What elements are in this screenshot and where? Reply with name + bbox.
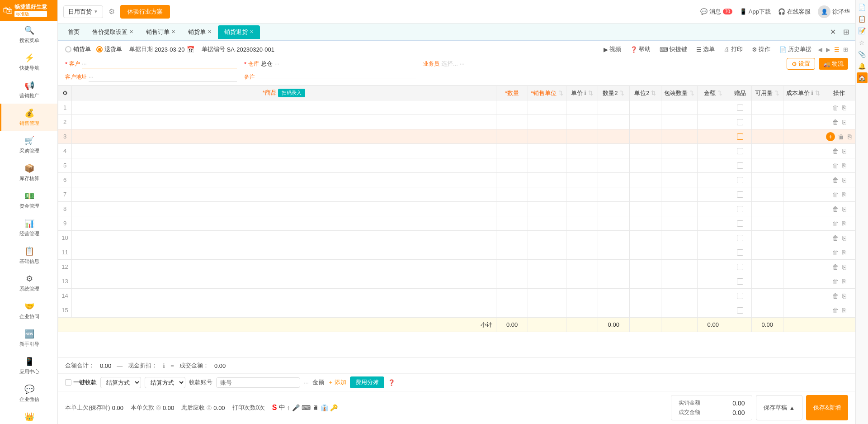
delete-icon-7[interactable]: 🗑 [831, 190, 840, 199]
qty2-cell-15[interactable] [598, 303, 629, 318]
product-cell-1[interactable] [72, 100, 496, 115]
copy-icon-4[interactable]: ⎘ [841, 147, 847, 156]
right-sidebar-note-icon[interactable]: 📝 [857, 25, 868, 36]
doc-no-value[interactable]: SA-20230320-001 [227, 46, 275, 53]
delete-icon-8[interactable]: 🗑 [831, 205, 840, 214]
price-cell-10[interactable] [566, 231, 598, 245]
copy-icon-12[interactable]: ⎘ [841, 262, 847, 272]
one-click-cb[interactable] [65, 379, 71, 386]
quantity-cell-11[interactable] [496, 245, 528, 260]
gift-cell-7[interactable] [729, 187, 751, 202]
delete-icon-4[interactable]: 🗑 [831, 147, 840, 156]
right-sidebar-bell-icon[interactable]: 🔔 [857, 61, 868, 71]
qty2-cell-12[interactable] [598, 260, 629, 274]
product-cell-13[interactable] [72, 274, 496, 289]
operate-btn[interactable]: ⚙ 操作 [749, 44, 773, 54]
add-row-btn[interactable]: + [826, 132, 835, 141]
pack-qty-cell-11[interactable] [661, 245, 697, 260]
pack-qty-cell-14[interactable] [661, 289, 697, 303]
pack-qty-cell-10[interactable] [661, 231, 697, 245]
copy-icon-11[interactable]: ⎘ [841, 248, 847, 257]
sidebar-item-search[interactable]: 🔍 搜索菜单 [0, 21, 57, 48]
account-input[interactable] [216, 377, 300, 388]
amount-cell-11[interactable] [697, 245, 729, 260]
sidebar-item-sales[interactable]: 💰 销售管理 [0, 104, 57, 131]
amount-cell-5[interactable] [697, 158, 729, 173]
copy-icon-14[interactable]: ⎘ [841, 291, 847, 300]
price-cell-14[interactable] [566, 289, 598, 303]
sidebar-item-wechat[interactable]: 💬 企业微信 [0, 380, 57, 407]
pack-qty-cell-13[interactable] [661, 274, 697, 289]
price-cell-4[interactable] [566, 144, 598, 158]
unit2-cell-13[interactable] [629, 274, 661, 289]
tab-sales-invoice[interactable]: 销货单 ✕ [182, 25, 218, 39]
col-pack-sort[interactable]: ⇅ [689, 90, 694, 96]
quantity-cell-13[interactable] [496, 274, 528, 289]
unit2-cell-11[interactable] [629, 245, 661, 260]
tab-close-icon[interactable]: ✕ [171, 29, 175, 35]
sidebar-item-quicknav[interactable]: ⚡ 快捷导航 [0, 48, 57, 76]
unit2-cell-6[interactable] [629, 173, 661, 187]
unit2-cell-4[interactable] [629, 144, 661, 158]
available-cell-3[interactable] [751, 129, 783, 144]
message-btn[interactable]: 💬 消息 70 [700, 8, 732, 16]
unit2-cell-5[interactable] [629, 158, 661, 173]
one-click-checkbox[interactable]: 一键收款 [65, 378, 97, 386]
delete-icon-12[interactable]: 🗑 [831, 262, 840, 272]
available-cell-4[interactable] [751, 144, 783, 158]
available-cell-14[interactable] [751, 289, 783, 303]
tab-close-icon[interactable]: ✕ [129, 29, 133, 35]
sidebar-item-marketing[interactable]: 📢 营销推广 [0, 76, 57, 104]
price-cell-3[interactable] [566, 129, 598, 144]
user-profile[interactable]: 👤 徐泽华 [818, 5, 850, 18]
price-cell-11[interactable] [566, 245, 598, 260]
unit2-cell-7[interactable] [629, 187, 661, 202]
copy-icon-1[interactable]: ⎘ [841, 103, 847, 112]
product-cell-2[interactable] [72, 115, 496, 129]
amount-cell-4[interactable] [697, 144, 729, 158]
history-next-icon[interactable]: ▶ [826, 46, 830, 53]
select-btn[interactable]: ☰ 选单 [693, 44, 717, 54]
available-cell-1[interactable] [751, 100, 783, 115]
gift-cell-12[interactable] [729, 260, 751, 274]
price-cell-6[interactable] [566, 173, 598, 187]
delete-icon-2[interactable]: 🗑 [831, 118, 840, 127]
qty2-cell-14[interactable] [598, 289, 629, 303]
quantity-cell-1[interactable] [496, 100, 528, 115]
amount-cell-7[interactable] [697, 187, 729, 202]
quantity-cell-15[interactable] [496, 303, 528, 318]
unit2-cell-9[interactable] [629, 216, 661, 231]
video-btn[interactable]: ▶ 视频 [601, 44, 624, 54]
view-list-icon[interactable]: ☰ [834, 46, 840, 53]
gift-cb-9[interactable] [737, 220, 743, 227]
qty2-cell-9[interactable] [598, 216, 629, 231]
tab-home[interactable]: 首页 [61, 25, 86, 39]
col-unit-sort[interactable]: ⇅ [558, 90, 563, 96]
unit2-cell-10[interactable] [629, 231, 661, 245]
price-cell-13[interactable] [566, 274, 598, 289]
close-tab-btn[interactable]: ✕ [827, 27, 839, 37]
pack-qty-cell-4[interactable] [661, 144, 697, 158]
save-draft-btn[interactable]: 保存草稿 ▲ [756, 395, 802, 420]
delete-icon-11[interactable]: 🗑 [831, 248, 840, 257]
gift-cell-14[interactable] [729, 289, 751, 303]
product-cell-14[interactable] [72, 289, 496, 303]
gift-cb-5[interactable] [737, 162, 743, 169]
qty2-cell-1[interactable] [598, 100, 629, 115]
tab-close-icon[interactable]: ✕ [250, 29, 254, 35]
pack-qty-cell-12[interactable] [661, 260, 697, 274]
product-cell-15[interactable] [72, 303, 496, 318]
gift-cb-11[interactable] [737, 249, 743, 256]
gift-cell-1[interactable] [729, 100, 751, 115]
sidebar-item-inventory[interactable]: 📦 库存核算 [0, 159, 57, 186]
qty2-cell-2[interactable] [598, 115, 629, 129]
radio-sales-invoice[interactable]: 销货单 [65, 45, 91, 53]
expand-tab-btn[interactable]: ⊞ [840, 27, 852, 37]
warehouse-input[interactable]: 总仓 ··· [261, 59, 416, 69]
copy-icon-15[interactable]: ⎘ [841, 306, 847, 315]
product-input-3[interactable] [75, 133, 493, 140]
quantity-cell-7[interactable] [496, 187, 528, 202]
right-sidebar-star-icon[interactable]: ☆ [857, 37, 868, 48]
pack-qty-cell-5[interactable] [661, 158, 697, 173]
unit2-cell-1[interactable] [629, 100, 661, 115]
